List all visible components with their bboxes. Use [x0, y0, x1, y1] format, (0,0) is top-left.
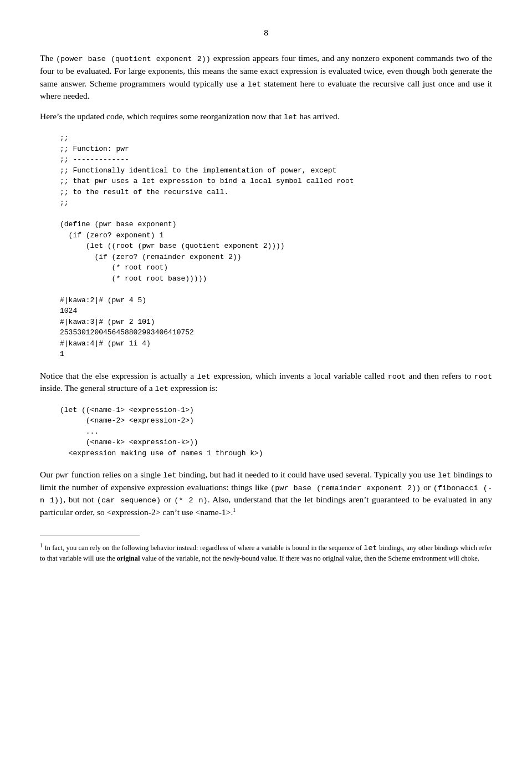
code-let-6: let [438, 471, 451, 480]
footnote-1: 1 In fact, you can rely on the following… [40, 542, 492, 564]
code-root-2: root [474, 373, 492, 381]
code-let-5: let [163, 471, 176, 480]
code-block-let-structure: (let ((<name-1> <expression-1>) (<name-2… [60, 405, 492, 459]
code-power-expression: (power base (quotient exponent 2)) [56, 55, 211, 63]
code-multiply: (* 2 n) [174, 496, 207, 505]
text-original-bold: original [117, 555, 140, 562]
code-let-footnote: let [364, 544, 377, 552]
code-let-4: let [155, 385, 168, 393]
paragraph-3: Notice that the else expression is actua… [40, 370, 492, 395]
code-block-pwr: ;;;; Function: pwr;; -------------;; Fun… [60, 133, 492, 360]
code-pwr-inline: pwr [55, 471, 69, 480]
paragraph-2: Here’s the updated code, which requires … [40, 110, 492, 123]
page-number: 8 [40, 27, 492, 39]
code-root-1: root [388, 373, 406, 381]
footnote-divider [40, 536, 140, 536]
code-pwr-remainder: (pwr base (remainder exponent 2)) [270, 484, 421, 492]
code-let-3: let [197, 373, 210, 381]
code-let-2: let [284, 113, 297, 121]
code-let-1: let [248, 80, 261, 89]
footnote-number-1: 1 [40, 542, 43, 548]
paragraph-4: Our pwr function relies on a single let … [40, 469, 492, 518]
paragraph-1: The (power base (quotient exponent 2)) e… [40, 52, 492, 102]
code-car: (car sequence) [97, 496, 161, 505]
footnote-ref-1: 1 [233, 507, 236, 513]
